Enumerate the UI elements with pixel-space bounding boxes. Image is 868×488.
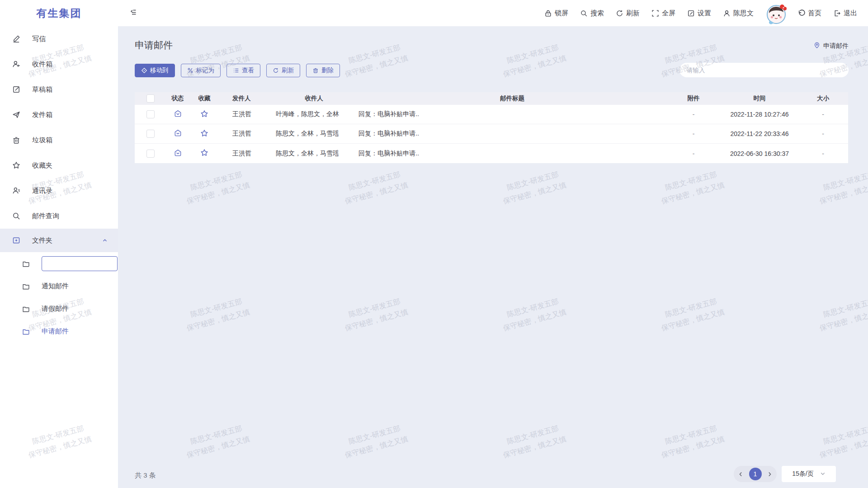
mail-filter-input[interactable] <box>679 63 849 77</box>
folder-plus-icon <box>12 236 20 244</box>
favorite-star-icon[interactable] <box>200 149 208 158</box>
page-title: 申请邮件 <box>135 39 173 52</box>
page-size-select[interactable]: 15条/页 <box>782 466 836 482</box>
row-checkbox[interactable] <box>146 130 155 138</box>
col-size: 大小 <box>798 94 848 103</box>
row-subject: 回复：电脑补贴申请.. <box>359 150 666 158</box>
delete-button[interactable]: 删除 <box>306 64 340 77</box>
chevron-up-icon[interactable] <box>102 237 108 244</box>
folder-icon <box>22 328 30 335</box>
mail-read-icon <box>174 129 182 139</box>
menu-fold-icon <box>129 8 138 19</box>
lock-screen-button[interactable]: 锁屏 <box>544 9 568 18</box>
row-subject: 回复：电脑补贴申请.. <box>359 110 666 118</box>
folder-item-leave[interactable]: 请假邮件 <box>0 297 118 320</box>
table-row[interactable]: 王洪哲 叶海峰，陈思文，全林 回复：电脑补贴申请.. - 2022-11-28 … <box>135 105 848 124</box>
search-button[interactable]: 搜索 <box>580 9 604 18</box>
folder-item-apply[interactable]: 申请邮件 <box>0 320 118 343</box>
total-count: 共 3 条 <box>135 471 156 480</box>
location-pin-icon <box>813 42 821 50</box>
row-subject: 回复：电脑补贴申请.. <box>359 130 666 138</box>
star-icon <box>12 161 20 169</box>
top-header: 有生集团 锁屏 <box>0 0 868 26</box>
home-button[interactable]: 首页 <box>797 9 821 18</box>
select-all-checkbox[interactable] <box>146 94 155 103</box>
refresh-list-button[interactable]: 刷新 <box>266 64 300 77</box>
send-icon <box>12 111 20 119</box>
table-header: 状态 收藏 发件人 收件人 邮件标题 附件 时间 大小 <box>135 92 848 105</box>
col-sender: 发件人 <box>220 94 269 103</box>
favorite-star-icon[interactable] <box>200 129 208 139</box>
fullscreen-button[interactable]: 全屏 <box>651 9 675 18</box>
row-sender: 王洪哲 <box>220 150 269 158</box>
sidebar-item-compose[interactable]: 写信 <box>0 26 118 52</box>
table-row[interactable]: 王洪哲 陈思文，全林，马雪瑶 回复：电脑补贴申请.. - 2022-11-22 … <box>135 124 848 144</box>
favorite-star-icon[interactable] <box>200 110 208 119</box>
row-recipients: 陈思文，全林，马雪瑶 <box>269 130 359 138</box>
list-icon <box>233 67 239 74</box>
sidebar-item-favorites[interactable]: 收藏夹 <box>0 153 118 178</box>
refresh-icon <box>273 67 279 74</box>
row-attachment: - <box>666 150 721 157</box>
col-recipients: 收件人 <box>269 94 359 103</box>
sidebar-item-trash[interactable]: 垃圾箱 <box>0 127 118 153</box>
table-row[interactable]: 王洪哲 陈思文，全林，马雪瑶 回复：电脑补贴申请.. - 2022-06-30 … <box>135 144 848 163</box>
row-attachment: - <box>666 130 721 137</box>
row-sender: 王洪哲 <box>220 110 269 118</box>
menu-fold-button[interactable] <box>129 8 138 19</box>
inbox-icon <box>12 60 20 68</box>
top-actions: 锁屏 搜索 刷新 <box>544 3 868 23</box>
new-folder-name-input[interactable] <box>42 256 118 271</box>
trash-icon <box>312 67 319 74</box>
row-attachment: - <box>666 111 721 118</box>
brand-logo: 有生集团 <box>0 6 118 20</box>
action-toolbar: 移动到 标记为 查看 <box>135 64 340 77</box>
fullscreen-icon <box>651 9 659 17</box>
main-content: 申请邮件 申请邮件 移动到 <box>118 26 868 488</box>
sidebar-item-folders[interactable]: 文件夹 <box>0 229 118 252</box>
sidebar-item-sent[interactable]: 发件箱 <box>0 102 118 127</box>
row-size: - <box>798 130 848 137</box>
search-icon <box>580 9 588 17</box>
row-recipients: 叶海峰，陈思文，全林 <box>269 110 359 118</box>
user-avatar[interactable] <box>765 3 785 23</box>
folder-new-row <box>0 252 118 275</box>
row-size: - <box>798 111 848 118</box>
refresh-button[interactable]: 刷新 <box>616 9 640 18</box>
col-attachment: 附件 <box>666 94 721 103</box>
settings-button[interactable]: 设置 <box>687 9 711 18</box>
mail-app: 有生集团 锁屏 <box>0 0 868 488</box>
sidebar-item-drafts[interactable]: 草稿箱 <box>0 77 118 102</box>
row-sender: 王洪哲 <box>220 130 269 138</box>
logout-button[interactable]: 退出 <box>833 9 857 18</box>
move-icon <box>141 67 147 74</box>
page-number[interactable]: 1 <box>749 468 762 480</box>
row-time: 2022-06-30 16:30:37 <box>721 150 798 157</box>
folder-icon <box>22 305 30 313</box>
current-user[interactable]: 陈思文 <box>723 9 754 18</box>
sidebar-item-contacts[interactable]: 通讯录 <box>0 178 118 203</box>
prev-page-button[interactable] <box>738 471 744 477</box>
refresh-icon <box>616 9 623 17</box>
settings-icon <box>687 9 695 17</box>
row-recipients: 陈思文，全林，马雪瑶 <box>269 150 359 158</box>
next-page-button[interactable] <box>767 471 773 477</box>
mail-read-icon <box>174 109 182 119</box>
row-checkbox[interactable] <box>146 110 155 118</box>
view-button[interactable]: 查看 <box>226 64 260 77</box>
folder-icon <box>22 282 30 290</box>
chevron-down-icon <box>820 470 826 478</box>
sidebar-item-inbox[interactable]: 收件箱 <box>0 52 118 77</box>
move-to-button[interactable]: 移动到 <box>135 64 175 77</box>
tag-icon <box>187 67 193 74</box>
sidebar-item-mail-search[interactable]: 邮件查询 <box>0 203 118 229</box>
draft-icon <box>12 85 20 94</box>
folder-item-notice[interactable]: 通知邮件 <box>0 275 118 297</box>
contacts-icon <box>12 187 20 195</box>
row-checkbox[interactable] <box>146 150 155 158</box>
mark-as-button[interactable]: 标记为 <box>181 64 221 77</box>
mail-read-icon <box>174 149 182 159</box>
undo-home-icon <box>797 9 805 17</box>
col-time: 时间 <box>721 94 798 103</box>
pagination: 1 <box>734 466 777 482</box>
